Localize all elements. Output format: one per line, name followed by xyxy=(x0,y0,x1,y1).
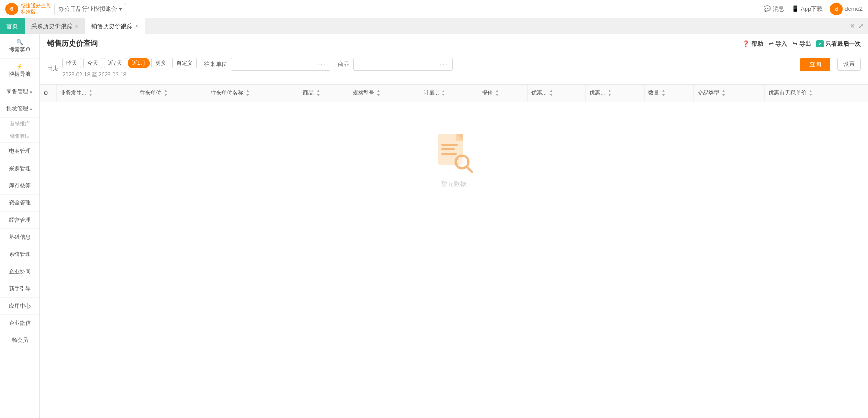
sort-icon: ▲▼ xyxy=(164,89,168,97)
top-bar: 6 畅捷通好生意 标准版 办公用品行业模拟账套 ▾ 💬 消息 📱 App下载 d… xyxy=(0,0,868,18)
sort-icon: ▲▼ xyxy=(377,89,381,97)
filter-area: 日期 昨天 今天 近7天 近1月 更多 自定义 2023-02-18 至 202… xyxy=(40,52,868,85)
table-container: ⚙ 业务发生... ▲▼ 往来单位 ▲▼ 往来单位名称 ▲▼ xyxy=(40,85,868,418)
sort-icon: ▲▼ xyxy=(549,89,553,97)
sidebar-item-enterprise-wechat[interactable]: 企业微信 xyxy=(0,315,39,332)
date-btn-today[interactable]: 今天 xyxy=(83,58,102,68)
app-download-button[interactable]: 📱 App下载 xyxy=(792,5,823,13)
date-btn-custom[interactable]: 自定义 xyxy=(172,58,197,68)
query-button[interactable]: 查询 xyxy=(800,58,830,71)
date-range: 2023-02-18 至 2023-03-18 xyxy=(62,71,197,79)
svg-rect-4 xyxy=(441,148,455,150)
tab-actions: ✕ ⤢ xyxy=(845,18,868,34)
message-button[interactable]: 💬 消息 xyxy=(764,5,784,13)
sidebar-item-inventory[interactable]: 库存核算 xyxy=(0,177,39,195)
date-btn-more[interactable]: 更多 xyxy=(151,58,170,68)
col-discount1[interactable]: 优惠... ▲▼ xyxy=(528,85,586,102)
filter-actions: 查询 xyxy=(800,58,830,71)
tab-sales-history-close[interactable]: × xyxy=(135,23,138,29)
date-btn-yesterday[interactable]: 昨天 xyxy=(62,58,81,68)
only-last-checkbox[interactable]: ✓ 只看最后一次 xyxy=(816,40,861,48)
sidebar-item-enterprise-coop[interactable]: 企业协同 xyxy=(0,263,39,280)
sidebar-item-member-club[interactable]: 畅会员 xyxy=(0,332,39,349)
date-btn-1month[interactable]: 近1月 xyxy=(128,58,150,68)
empty-state: 暂元数据 xyxy=(40,102,868,215)
tab-purchase-history-label: 采购历史价跟踪 xyxy=(31,22,72,30)
sidebar-item-finance[interactable]: 资金管理 xyxy=(0,195,39,212)
sidebar-item-quick-nav[interactable]: ⚡ 快捷导航 xyxy=(0,59,39,83)
date-label: 日期 xyxy=(47,64,59,72)
svg-point-8 xyxy=(458,158,466,166)
col-quantity[interactable]: 数量 ▲▼ xyxy=(644,85,693,102)
import-button[interactable]: ↩ 导入 xyxy=(769,40,787,48)
partner-input[interactable]: ··· xyxy=(231,58,330,71)
export-button[interactable]: ↪ 导出 xyxy=(793,40,811,48)
message-icon: 💬 xyxy=(764,5,771,12)
sidebar-item-retail-mgmt[interactable]: 零售管理 ▲ xyxy=(0,83,39,100)
sidebar-item-purchase-mgmt[interactable]: 采购管理 xyxy=(0,160,39,177)
tab-sales-history[interactable]: 销售历史价跟踪 × xyxy=(85,18,145,34)
sidebar-subitem-marketing[interactable]: 营销推广 xyxy=(0,118,39,130)
col-partner-name[interactable]: 往来单位名称 ▲▼ xyxy=(207,85,299,102)
close-window-icon[interactable]: ✕ xyxy=(850,23,855,29)
gear-icon: ⚙ xyxy=(43,90,48,96)
search-icon: 🔍 xyxy=(16,39,23,45)
col-pretax-price[interactable]: 优惠前无税单价 ▲▼ xyxy=(764,85,868,102)
logo-area: 6 畅捷通好生意 标准版 xyxy=(5,3,51,15)
avatar: d xyxy=(830,3,843,15)
col-discount2[interactable]: 优惠... ▲▼ xyxy=(586,85,644,102)
content-area: 销售历史价查询 ❓ 帮助 ↩ 导入 ↪ 导出 ✓ xyxy=(40,34,868,418)
sidebar-item-ecommerce-mgmt[interactable]: 电商管理 xyxy=(0,143,39,160)
page-title: 销售历史价查询 ❓ 帮助 ↩ 导入 ↪ 导出 ✓ xyxy=(47,39,861,48)
tab-home-label: 首页 xyxy=(6,22,18,30)
col-unit[interactable]: 计量... ▲▼ xyxy=(420,85,478,102)
col-gear[interactable]: ⚙ xyxy=(40,85,56,102)
partner-input-dots: ··· xyxy=(318,60,326,68)
sidebar-subitem-sales-mgmt[interactable]: 销售管理 xyxy=(0,130,39,143)
table-header-row: ⚙ 业务发生... ▲▼ 往来单位 ▲▼ 往来单位名称 ▲▼ xyxy=(40,85,868,102)
setting-button[interactable]: 设置 xyxy=(837,58,861,71)
sidebar-item-app-center[interactable]: 应用中心 xyxy=(0,298,39,315)
product-input[interactable]: ··· xyxy=(353,58,453,71)
partner-filter-group: 往来单位 ··· xyxy=(204,58,330,71)
col-biz-date[interactable]: 业务发生... ▲▼ xyxy=(56,85,136,102)
product-input-dots: ··· xyxy=(440,60,448,68)
sort-icon: ▲▼ xyxy=(441,89,445,97)
col-quote[interactable]: 报价 ▲▼ xyxy=(478,85,527,102)
date-buttons: 昨天 今天 近7天 近1月 更多 自定义 xyxy=(62,58,197,68)
main-layout: 🔍 搜索菜单 ⚡ 快捷导航 零售管理 ▲ 批发管理 ▲ 营销推广 销售管理 电商… xyxy=(0,34,868,418)
user-area[interactable]: d demo2 xyxy=(830,3,863,15)
tab-sales-history-label: 销售历史价跟踪 xyxy=(91,22,132,30)
mobile-icon: 📱 xyxy=(792,5,799,12)
sidebar-item-system-mgmt[interactable]: 系统管理 xyxy=(0,246,39,263)
col-trade-type[interactable]: 交易类型 ▲▼ xyxy=(693,85,764,102)
page-header: 销售历史价查询 ❓ 帮助 ↩ 导入 ↪ 导出 ✓ xyxy=(40,34,868,52)
logo-text: 畅捷通好生意 标准版 xyxy=(21,3,51,14)
sidebar-item-new-guide[interactable]: 新手引导 xyxy=(0,280,39,298)
col-product[interactable]: 商品 ▲▼ xyxy=(299,85,349,102)
sidebar: 🔍 搜索菜单 ⚡ 快捷导航 零售管理 ▲ 批发管理 ▲ 营销推广 销售管理 电商… xyxy=(0,34,40,418)
help-button[interactable]: ❓ 帮助 xyxy=(742,40,763,48)
product-filter-group: 商品 ··· xyxy=(338,58,453,71)
date-btn-7days[interactable]: 近7天 xyxy=(104,58,126,68)
svg-rect-3 xyxy=(441,144,458,146)
col-spec[interactable]: 规格型号 ▲▼ xyxy=(349,85,420,102)
col-partner-code[interactable]: 往来单位 ▲▼ xyxy=(136,85,207,102)
partner-label: 往来单位 xyxy=(204,60,227,68)
tab-home[interactable]: 首页 xyxy=(0,18,25,34)
sidebar-item-operations[interactable]: 经营管理 xyxy=(0,212,39,229)
sidebar-item-basic-info[interactable]: 基础信息 xyxy=(0,229,39,246)
tab-purchase-history[interactable]: 采购历史价跟踪 × xyxy=(25,18,85,34)
export-icon: ↪ xyxy=(793,40,797,47)
maximize-window-icon[interactable]: ⤢ xyxy=(859,23,863,29)
top-bar-left: 6 畅捷通好生意 标准版 办公用品行业模拟账套 ▾ xyxy=(5,3,126,15)
app-selector[interactable]: 办公用品行业模拟账套 ▾ xyxy=(54,3,126,15)
product-label: 商品 xyxy=(338,60,349,68)
sidebar-item-wholesale-mgmt[interactable]: 批发管理 ▲ xyxy=(0,100,39,118)
sidebar-item-search-menu[interactable]: 🔍 搜索菜单 xyxy=(0,34,39,59)
checkbox-checked-icon: ✓ xyxy=(816,40,824,48)
tab-purchase-history-close[interactable]: × xyxy=(75,23,78,29)
data-table: ⚙ 业务发生... ▲▼ 往来单位 ▲▼ 往来单位名称 ▲▼ xyxy=(40,85,868,102)
nav-icon: ⚡ xyxy=(16,63,23,70)
sort-icon: ▲▼ xyxy=(316,89,321,97)
